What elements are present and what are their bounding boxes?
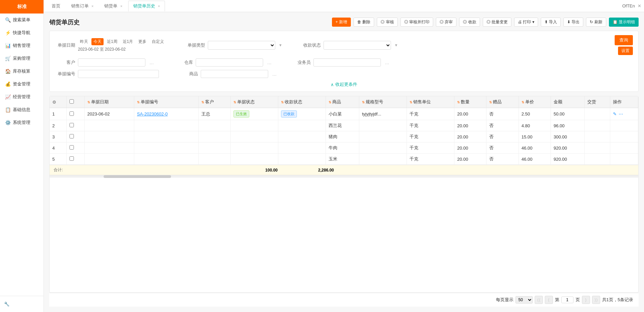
col-goods[interactable]: ⇅商品 — [326, 96, 359, 108]
print-button[interactable]: 🖨 打印 ▾ — [514, 18, 538, 27]
cell-checkbox[interactable] — [66, 108, 84, 120]
cell-checkbox[interactable] — [66, 131, 84, 142]
filter-payment-status-select[interactable] — [324, 41, 391, 50]
col-doc-no[interactable]: ⇅单据编号 — [134, 96, 198, 108]
sidebar-item-sys-mgmt[interactable]: ⚙️ 系统管理 — [0, 116, 44, 129]
filter-goods-input[interactable] — [201, 70, 268, 78]
lightning-icon: ⚡ — [5, 30, 11, 35]
row-checkbox[interactable] — [69, 111, 74, 116]
cell-docno[interactable] — [134, 142, 198, 154]
cell-docno[interactable] — [134, 131, 198, 142]
col-customer[interactable]: ⇅客户 — [198, 96, 230, 108]
refresh-button[interactable]: ↻ 刷新 — [586, 18, 606, 27]
cell-actions[interactable] — [610, 131, 638, 142]
filter-warehouse-input[interactable] — [196, 58, 263, 67]
filter-customer-dots[interactable]: … — [149, 60, 154, 65]
sidebar-item-quick-nav[interactable]: ⚡ 快捷导航 — [0, 26, 44, 39]
filter-settings-button[interactable]: 设置 — [618, 47, 633, 55]
cell-docno[interactable] — [134, 154, 198, 165]
sidebar-item-operations-mgmt[interactable]: 📈 经营管理 — [0, 90, 44, 103]
cell-actions[interactable] — [610, 120, 638, 131]
audit-button[interactable]: ◎ 审核 — [377, 18, 397, 27]
date-btn-custom[interactable]: 自定义 — [150, 38, 166, 45]
cell-docno[interactable]: SA-20230602-0 — [134, 108, 198, 120]
more-action-btn[interactable]: ⋯ — [619, 111, 623, 116]
filter-doc-type-dots[interactable]: ▾ — [279, 43, 282, 48]
tab-sales-goods-close[interactable]: × — [120, 4, 122, 8]
cell-actions[interactable] — [610, 154, 638, 165]
date-btn-last1month[interactable]: 近1月 — [121, 38, 135, 45]
col-quantity[interactable]: ⇅数量 — [454, 96, 486, 108]
select-all-checkbox[interactable] — [69, 99, 74, 104]
sidebar-item-inventory-calc[interactable]: 🏠 库存核算 — [0, 65, 44, 78]
date-btn-yesterday[interactable]: 昨天 — [78, 38, 90, 45]
sidebar-item-basic-info[interactable]: 📋 基础信息 — [0, 103, 44, 116]
filter-doc-type-select[interactable] — [208, 41, 275, 50]
next-page-btn[interactable]: ⟩ — [582, 296, 590, 304]
col-doc-status[interactable]: ⇅单据状态 — [230, 96, 278, 108]
filter-salesman-input[interactable] — [313, 58, 381, 67]
col-gift[interactable]: ⇅赠品 — [486, 96, 519, 108]
tab-sales-order[interactable]: 销售订单 × — [66, 1, 99, 11]
sidebar-item-search-menu[interactable]: 🔍 搜索菜单 — [0, 14, 44, 26]
tab-sales-history-close[interactable]: × — [158, 4, 160, 8]
table-gear-icon[interactable]: ⚙ — [52, 100, 56, 105]
date-btn-today[interactable]: 今天 — [91, 38, 104, 45]
table-scrollbar[interactable] — [50, 175, 638, 178]
date-btn-last7days[interactable]: 近1周 — [105, 38, 119, 45]
first-page-btn[interactable]: ⟨⟨ — [535, 296, 543, 304]
scrollbar-thumb[interactable] — [104, 175, 171, 178]
collapse-filter-btn[interactable]: ∧ 收起更条件 — [55, 81, 633, 87]
sidebar-item-sales-mgmt[interactable]: 📊 销售管理 — [0, 39, 44, 52]
per-page-select[interactable]: 50 100 200 — [515, 296, 533, 304]
row-checkbox[interactable] — [69, 134, 74, 138]
filter-goods-dots[interactable]: … — [272, 72, 277, 77]
filter-payment-status-dots[interactable]: ▾ — [395, 43, 397, 48]
prev-page-btn[interactable]: ⟨ — [545, 296, 553, 304]
filter-warehouse-dots[interactable]: … — [267, 60, 272, 65]
col-unit-price[interactable]: ⇅单价 — [519, 96, 551, 108]
cell-checkbox[interactable] — [66, 120, 84, 131]
col-date[interactable]: ⇅单据日期 — [84, 96, 134, 108]
query-button[interactable]: 查询 — [615, 35, 633, 45]
delete-button[interactable]: 🗑 删除 — [354, 18, 374, 27]
export-button[interactable]: ⬇ 导出 — [563, 18, 583, 27]
window-close-btn[interactable]: ✕ — [638, 3, 641, 8]
sidebar-item-capital-mgmt[interactable]: 💰 资金管理 — [0, 78, 44, 90]
import-button[interactable]: ⬆ 导入 — [541, 18, 561, 27]
tab-sales-goods[interactable]: 销货单 × — [99, 1, 127, 11]
tab-sales-order-close[interactable]: × — [91, 4, 93, 8]
sidebar-settings-btn[interactable]: 🔧 — [0, 299, 44, 309]
edit-action-btn[interactable]: ✎ — [613, 111, 617, 116]
show-detail-button[interactable]: 📋 显示明细 — [609, 18, 639, 27]
cell-checkbox[interactable] — [66, 154, 84, 165]
tab-sales-history[interactable]: 销货单历史 × — [128, 1, 165, 11]
sidebar-item-purchase-mgmt[interactable]: 🛒 采购管理 — [0, 52, 44, 65]
cell-docno[interactable] — [134, 120, 198, 131]
cell-actions[interactable]: ✎⋯ — [610, 108, 638, 120]
collect-button[interactable]: ◎ 收款 — [459, 18, 480, 27]
col-payment-status[interactable]: ⇅收款状态 — [278, 96, 326, 108]
col-actions: 操作 — [610, 96, 638, 108]
row-checkbox[interactable] — [69, 156, 74, 161]
date-btn-more[interactable]: 更多 — [136, 38, 148, 45]
col-gear[interactable]: ⚙ — [50, 96, 66, 108]
cell-actions[interactable] — [610, 142, 638, 154]
filter-salesman-dots[interactable]: … — [385, 60, 389, 65]
audit-print-button[interactable]: ◎ 审核并打印 — [400, 18, 433, 27]
new-button[interactable]: + 新增 — [332, 18, 351, 27]
page-number-input[interactable] — [561, 296, 573, 303]
col-sales-unit[interactable]: ⇅销售单位 — [407, 96, 454, 108]
discard-button[interactable]: ◎ 弃审 — [436, 18, 456, 27]
filter-customer-input[interactable] — [78, 58, 145, 67]
row-checkbox[interactable] — [69, 145, 74, 150]
last-page-btn[interactable]: ⟩⟩ — [592, 296, 600, 304]
batch-change-button[interactable]: ◎ 批量变更 — [483, 18, 511, 27]
doc-no-link[interactable]: SA-20230602-0 — [137, 111, 168, 116]
cell-unitprice: 15.00 — [519, 131, 551, 142]
tab-home[interactable]: 首页 — [47, 1, 65, 11]
col-spec[interactable]: ⇅规格型号 — [359, 96, 407, 108]
cell-checkbox[interactable] — [66, 142, 84, 154]
filter-docno-input[interactable] — [78, 70, 159, 78]
row-checkbox[interactable] — [69, 123, 74, 127]
